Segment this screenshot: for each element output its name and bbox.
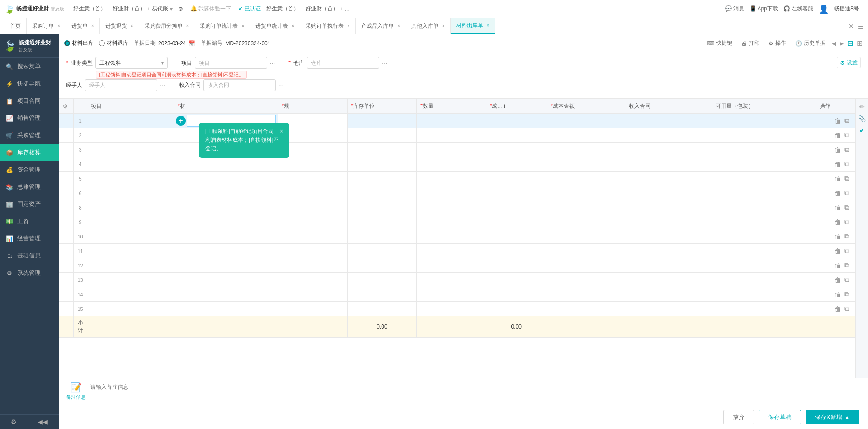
row-income-contract-cell[interactable] <box>625 114 712 128</box>
tab-purchase-stat[interactable]: 采购订单统计表× <box>194 18 250 34</box>
project-input[interactable]: 项目 <box>195 57 267 69</box>
delete-row-btn[interactable]: 🗑 <box>834 189 842 198</box>
nav-agent[interactable]: 易代账 <box>152 5 168 13</box>
sidebar-item-inventory[interactable]: 📦 库存核算 <box>0 144 59 161</box>
delete-row-btn[interactable]: 🗑 <box>834 276 842 285</box>
sidebar-item-accounting[interactable]: 📚 总账管理 <box>0 178 59 195</box>
delete-row-btn[interactable]: 🗑 <box>834 160 842 169</box>
sidebar-item-operations[interactable]: 📊 经营管理 <box>0 230 59 247</box>
copy-row-btn[interactable]: ⧉ <box>844 232 850 241</box>
income-contract-input[interactable]: 收入合同 <box>203 79 276 91</box>
radio-material-issue[interactable]: 材料出库 <box>64 39 94 47</box>
copy-row-btn[interactable]: ⧉ <box>844 304 850 314</box>
delete-row-btn[interactable]: 🗑 <box>834 218 842 227</box>
copy-row-btn[interactable]: ⧉ <box>844 246 850 256</box>
copy-row-btn[interactable]: ⧉ <box>844 159 850 169</box>
tab-product-receipt[interactable]: 产成品入库单× <box>356 18 406 34</box>
tab-home[interactable]: 首页 <box>5 18 27 34</box>
tab-more[interactable]: ☰ <box>858 23 863 30</box>
business-type-input[interactable]: 工程领料 ▾ <box>95 57 168 69</box>
delete-row-btn[interactable]: 🗑 <box>834 305 842 314</box>
nav-prev-icon[interactable]: ◀ <box>832 40 836 47</box>
right-panel-check-icon[interactable]: ✔ <box>859 127 865 134</box>
nav-dropdown[interactable]: ▾ <box>170 6 173 12</box>
delete-row-btn[interactable]: 🗑 <box>834 232 842 241</box>
tab-purchase-receipt[interactable]: 进货单× <box>66 18 100 34</box>
tab-close-purchase-order[interactable]: × <box>57 24 60 29</box>
nav-good-fin2[interactable]: 好业财（首） <box>306 5 338 13</box>
tab-material-issue[interactable]: 材料出库单× <box>451 18 495 34</box>
row-cost-amount-cell[interactable] <box>547 114 625 128</box>
notes-input[interactable] <box>90 382 861 390</box>
view-list-icon[interactable]: ⊟ <box>847 39 853 48</box>
user-name[interactable]: 畅捷通8号... <box>834 5 863 13</box>
sidebar-collapse-icon[interactable]: ◀◀ <box>38 418 48 425</box>
nav-good-business[interactable]: 好生意（首） <box>73 5 106 13</box>
operation-btn[interactable]: ⚙操作 <box>766 38 789 48</box>
sidebar-item-purchase[interactable]: 🛒 采购管理 <box>0 127 59 144</box>
right-panel-edit-icon[interactable]: ✏ <box>859 103 865 110</box>
delete-row-btn[interactable]: 🗑 <box>834 290 842 299</box>
tab-close-purchase-exec[interactable]: × <box>347 24 350 29</box>
row-qty-cell[interactable] <box>417 114 486 128</box>
col-settings-icon[interactable]: ⚙ <box>63 103 68 110</box>
tab-close-product-receipt[interactable]: × <box>397 24 400 29</box>
tab-purchase-exec[interactable]: 采购订单执行表× <box>300 18 356 34</box>
tab-close-all[interactable]: ✕ <box>849 23 854 30</box>
row-project-cell[interactable] <box>87 114 174 128</box>
save-new-btn[interactable]: 保存&新增 ▲ <box>806 410 859 424</box>
copy-row-btn[interactable]: ⧉ <box>844 203 850 212</box>
right-panel-clip-icon[interactable]: 📎 <box>858 115 866 122</box>
delete-row-btn[interactable]: 🗑 <box>834 131 842 140</box>
copy-row-btn[interactable]: ⧉ <box>844 116 850 125</box>
copy-row-btn[interactable]: ⧉ <box>844 188 850 198</box>
copy-row-btn[interactable]: ⧉ <box>844 174 850 183</box>
income-contract-more-icon[interactable]: ··· <box>278 81 284 89</box>
handler-more-icon[interactable]: ··· <box>160 81 165 89</box>
copy-row-btn[interactable]: ⧉ <box>844 130 850 140</box>
sidebar-item-system[interactable]: ⚙ 系统管理 <box>0 264 59 281</box>
col-header-settings[interactable]: ⚙ <box>59 99 74 114</box>
message-btn[interactable]: 💬 消息 <box>725 5 744 13</box>
nav-try[interactable]: 🔔 我要体验一下 <box>190 5 231 13</box>
history-btn[interactable]: 🕐历史单据 <box>793 38 828 48</box>
row-unit-cell[interactable] <box>347 114 417 128</box>
nav-next-icon[interactable]: ▶ <box>840 40 844 47</box>
copy-row-btn[interactable]: ⧉ <box>844 217 850 227</box>
warehouse-more-icon[interactable]: ··· <box>382 59 387 67</box>
sidebar-item-project[interactable]: 📋 项目合同 <box>0 92 59 110</box>
delete-row-btn[interactable]: 🗑 <box>834 116 842 125</box>
nav-good-biz2[interactable]: 好生意（首） <box>266 5 299 13</box>
tab-close-purchase-receipt[interactable]: × <box>91 24 94 29</box>
sidebar-settings-icon[interactable]: ⚙ <box>11 418 17 425</box>
tab-close-purchase-stat[interactable]: × <box>241 24 244 29</box>
tab-close-purchase-return[interactable]: × <box>131 24 133 29</box>
date-value[interactable]: 2023-03-24 <box>158 40 186 47</box>
calendar-icon[interactable]: 📅 <box>189 40 195 47</box>
copy-row-btn[interactable]: ⧉ <box>844 275 850 285</box>
nav-settings-icon[interactable]: ⚙ <box>178 6 183 12</box>
sidebar-item-search[interactable]: 🔍 搜索菜单 <box>0 58 59 75</box>
handler-input[interactable]: 经手人 <box>85 79 157 91</box>
sidebar-item-fund[interactable]: 💰 资金管理 <box>0 161 59 178</box>
app-download-btn[interactable]: 📱 App下载 <box>750 5 778 13</box>
tab-purchase-order[interactable]: 采购订单× <box>27 18 66 34</box>
copy-row-btn[interactable]: ⧉ <box>844 261 850 270</box>
sidebar-item-sales[interactable]: 📈 销售管理 <box>0 110 59 127</box>
tab-close-other-receipt[interactable]: × <box>442 24 445 29</box>
nav-more[interactable]: ... <box>345 6 349 12</box>
tab-other-receipt[interactable]: 其他入库单× <box>406 18 451 34</box>
tab-purchase-return[interactable]: 进货退货× <box>100 18 139 34</box>
shortcut-btn[interactable]: ⌨快捷键 <box>704 38 735 48</box>
tab-receipt-stat[interactable]: 进货单统计表× <box>250 18 300 34</box>
delete-row-btn[interactable]: 🗑 <box>834 203 842 212</box>
tab-close-receipt-stat[interactable]: × <box>292 24 294 29</box>
copy-row-btn[interactable]: ⧉ <box>844 290 850 299</box>
sidebar-item-quick-nav[interactable]: ⚡ 快捷导航 <box>0 75 59 92</box>
delete-row-btn[interactable]: 🗑 <box>834 145 842 154</box>
tab-purchase-expense[interactable]: 采购费用分摊单× <box>139 18 195 34</box>
view-grid-icon[interactable]: ⊞ <box>857 39 863 48</box>
delete-row-btn[interactable]: 🗑 <box>834 247 842 256</box>
discard-btn[interactable]: 放弃 <box>723 410 754 424</box>
tab-close-purchase-expense[interactable]: × <box>186 24 189 29</box>
